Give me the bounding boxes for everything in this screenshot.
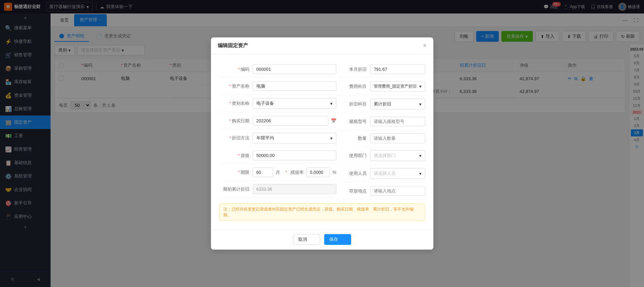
form-right: 本月折旧 费用科目 管理费用_固定资产折旧 [336, 61, 425, 199]
dept-control: 请选择部门 ▾ [370, 150, 425, 161]
method-label: *折旧方法 [219, 135, 253, 141]
buy-date-control: 📅 [253, 116, 337, 126]
spec-input[interactable] [370, 117, 425, 126]
form-row-spec: 规格型号 [336, 113, 425, 130]
form-row-location: 存放地点 [336, 183, 425, 199]
depr-subject-control: 累计折旧 ▾ [370, 99, 425, 109]
form-row-code: *编码 [219, 61, 337, 78]
name-label: *资产名称 [219, 83, 253, 89]
edit-asset-modal: 编辑固定资产 × *编码 [211, 37, 433, 250]
buy-date-input[interactable] [253, 116, 329, 126]
residual-unit: % [333, 170, 337, 175]
dept-select[interactable]: 请选择部门 ▾ [370, 150, 425, 161]
spec-label: 规格型号 [336, 119, 370, 125]
expense-subject-chevron: ▾ [419, 84, 422, 89]
original-control [253, 151, 337, 160]
modal-header: 编辑固定资产 × [211, 37, 433, 54]
original-label: *原值 [219, 153, 253, 159]
form-left: *编码 *资产名称 [219, 61, 337, 199]
category-select[interactable]: 电子设备 ▾ [253, 98, 337, 109]
quantity-label: 数量 [336, 135, 370, 141]
save-btn[interactable]: 保存 [324, 234, 351, 245]
person-label: 使用人员 [336, 170, 370, 177]
modal-title: 编辑固定资产 [218, 42, 248, 49]
expense-subject-label: 费用科目 [336, 84, 370, 90]
location-label: 存放地点 [336, 188, 370, 194]
form-row-category: *类别名称 电子设备 ▾ [219, 95, 337, 113]
location-input[interactable] [370, 186, 425, 196]
category-select-chevron: ▾ [330, 101, 333, 106]
depr-subject-label: 折旧科目 [336, 101, 370, 107]
form-grid: *编码 *资产名称 [219, 61, 425, 199]
initial-accum-label: 期初累计折旧 [219, 186, 253, 192]
expense-subject-select[interactable]: 管理费用_固定资产折旧 ▾ [370, 81, 425, 92]
method-value: 年限平均 [256, 135, 274, 141]
person-chevron: ▾ [419, 171, 422, 176]
buy-date-label: *购买日期 [219, 118, 253, 124]
person-select[interactable]: 请选择人员 ▾ [370, 168, 425, 179]
buy-date-inline: 📅 [253, 116, 337, 126]
method-select[interactable]: 年限平均 ▾ [253, 133, 337, 144]
period-control: 月 * 残值率 % [253, 167, 337, 177]
period-inline: 月 * 残值率 % [253, 167, 337, 177]
month-depr-input[interactable] [370, 64, 425, 74]
period-input[interactable] [253, 167, 273, 177]
depr-subject-chevron: ▾ [419, 102, 422, 107]
modal-footer: 取消 保存 [211, 229, 433, 250]
residual-label-inline: 残值率 [290, 169, 304, 176]
depr-subject-select[interactable]: 累计折旧 ▾ [370, 99, 425, 109]
initial-accum-control [253, 184, 337, 194]
method-chevron: ▾ [330, 136, 333, 141]
residual-input[interactable] [306, 167, 330, 177]
person-placeholder: 请选择人员 [374, 170, 396, 177]
original-input[interactable] [253, 151, 337, 160]
form-row-method: *折旧方法 年限平均 ▾ [219, 129, 337, 147]
category-value: 电子设备 [256, 100, 274, 106]
form-row-original: *原值 [219, 147, 337, 164]
form-row-quantity: 数量 [336, 130, 425, 147]
location-control [370, 186, 425, 196]
month-depr-control [370, 64, 425, 74]
name-control [253, 81, 337, 91]
period-label: *期限 [219, 169, 253, 176]
form-row-name: *资产名称 [219, 78, 337, 95]
dept-label: 使用部门 [336, 153, 370, 159]
modal-note: 注：已经存在变更记录或者对应固定资产已经生成凭证，原值、购买日期、残值率、累计折… [219, 203, 425, 221]
expense-subject-control: 管理费用_固定资产折旧 ▾ [370, 81, 425, 92]
name-input[interactable] [253, 81, 337, 91]
person-control: 请选择人员 ▾ [370, 168, 425, 179]
form-row-person: 使用人员 请选择人员 ▾ [336, 165, 425, 183]
form-row-expense-subject: 费用科目 管理费用_固定资产折旧 ▾ [336, 78, 425, 95]
form-row-period: *期限 月 * 残值率 % [219, 164, 337, 181]
code-label: *编码 [219, 66, 253, 72]
code-input[interactable] [253, 64, 337, 74]
category-control: 电子设备 ▾ [253, 98, 337, 109]
cancel-btn[interactable]: 取消 [293, 234, 320, 245]
modal-overlay: 编辑固定资产 × *编码 [0, 0, 644, 287]
month-depr-label: 本月折旧 [336, 66, 370, 72]
cancel-label: 取消 [298, 236, 307, 243]
save-label: 保存 [329, 236, 338, 243]
modal-close-btn[interactable]: × [423, 42, 427, 49]
dept-placeholder: 请选择部门 [374, 153, 396, 159]
calendar-icon[interactable]: 📅 [331, 118, 336, 123]
form-row-buy-date: *购买日期 📅 [219, 113, 337, 129]
form-row-depr-subject: 折旧科目 累计折旧 ▾ [336, 95, 425, 113]
form-row-initial-accum: 期初累计折旧 [219, 181, 337, 198]
form-row-month-depr: 本月折旧 [336, 61, 425, 78]
quantity-input[interactable] [370, 133, 425, 143]
initial-accum-input[interactable] [253, 184, 337, 194]
code-control [253, 64, 337, 74]
modal-body: *编码 *资产名称 [211, 54, 433, 229]
period-unit: 月 [276, 169, 280, 176]
spec-control [370, 117, 425, 126]
expense-subject-value: 管理费用_固定资产折旧 [374, 84, 417, 89]
dept-chevron: ▾ [419, 153, 422, 158]
depr-subject-value: 累计折旧 [374, 101, 391, 107]
form-row-dept: 使用部门 请选择部门 ▾ [336, 147, 425, 165]
category-label: *类别名称 [219, 100, 253, 106]
method-control: 年限平均 ▾ [253, 133, 337, 144]
quantity-control [370, 133, 425, 143]
